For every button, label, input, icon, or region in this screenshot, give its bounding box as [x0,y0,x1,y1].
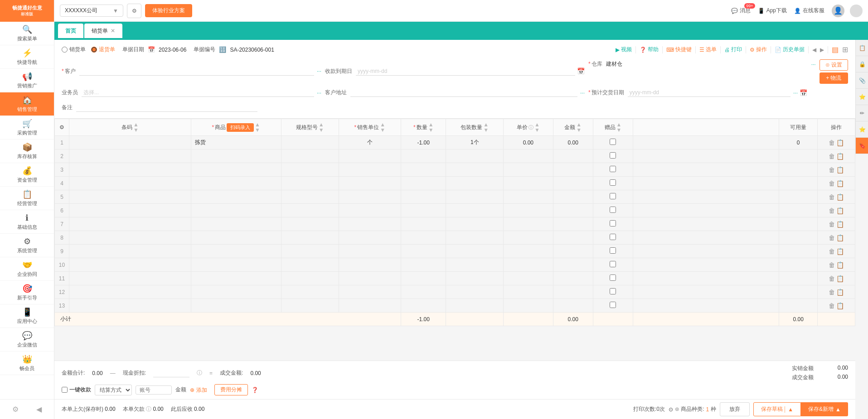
copy-btn-8[interactable]: 📋 [836,248,844,255]
history-btn[interactable]: 📄 历史单据 [775,46,805,53]
copy-btn-12[interactable]: 📋 [836,302,844,309]
delete-btn-7[interactable]: 🗑 [829,234,835,241]
abandon-btn[interactable]: 放弃 [720,402,750,416]
price-sort[interactable]: ▲▼ [534,122,540,133]
sidebar-item-purchase[interactable]: 🛒 采购管理 [0,116,54,140]
cell-price-9[interactable] [504,258,553,272]
logistics-btn[interactable]: + 物流 [820,72,848,84]
cell-qty-3[interactable] [401,177,446,190]
remarks-input[interactable] [76,103,257,112]
add-payment-btn[interactable]: ⊕ 添加 [190,385,207,394]
col-settings[interactable]: ⚙ [55,119,69,136]
copy-btn-11[interactable]: 📋 [836,289,844,296]
save-new-caret-icon[interactable]: ▲ [835,406,841,413]
cell-unit-1[interactable] [339,149,401,163]
cell-amount-2[interactable] [553,163,593,177]
sidebar-item-marketing[interactable]: 📢 营销推广 [0,69,54,92]
cell-goods-9[interactable] [191,258,281,272]
copy-btn-0[interactable]: 📋 [836,139,844,146]
price-info-icon[interactable]: ⓘ [529,124,533,131]
amount-sort[interactable]: ▲▼ [576,122,582,133]
cell-qty-2[interactable] [401,163,446,177]
radio-sale[interactable]: 销货单 [62,46,86,53]
cell-spec-0[interactable] [281,136,339,149]
barcode-input-6[interactable] [73,221,187,227]
rfs-item-6[interactable]: ⭐ [856,121,868,138]
gift-checkbox-9[interactable] [610,261,616,267]
calendar3-icon[interactable]: 📅 [800,89,807,96]
cell-price-7[interactable] [504,231,553,245]
salesperson-input[interactable] [82,88,314,97]
sidebar-item-inventory[interactable]: 📦 库存核算 [0,140,54,163]
barcode-input-2[interactable] [73,167,187,173]
cell-goods-2[interactable] [191,163,281,177]
sidebar-item-finance[interactable]: 💰 资金管理 [0,163,54,187]
cell-goods-12[interactable] [191,299,281,313]
customer-ellipsis[interactable]: ··· [317,68,321,74]
cell-pkg-qty-3[interactable] [446,177,504,190]
barcode-input-11[interactable] [73,289,187,295]
cell-price-8[interactable] [504,245,553,258]
delete-btn-12[interactable]: 🗑 [829,302,835,309]
cell-barcode-3[interactable] [69,177,191,190]
cell-amount-1[interactable] [553,149,593,163]
expected-ellipsis[interactable]: ··· [793,90,798,96]
cell-pkg-qty-1[interactable] [446,149,504,163]
cell-spec-7[interactable] [281,231,339,245]
cell-unit-12[interactable] [339,299,401,313]
cell-pkg-qty-4[interactable] [446,190,504,204]
expense-help-icon[interactable]: ❓ [252,387,258,393]
cell-gift-9[interactable] [593,258,633,272]
cell-spec-9[interactable] [281,258,339,272]
cell-gift-7[interactable] [593,231,633,245]
copy-btn-6[interactable]: 📋 [836,221,844,228]
cell-pkg-qty-2[interactable] [446,163,504,177]
barcode-input-1[interactable] [73,153,187,159]
gift-checkbox-3[interactable] [610,179,616,186]
gift-checkbox-7[interactable] [610,234,616,240]
delete-btn-10[interactable]: 🗑 [829,275,835,282]
message-btn[interactable]: 💬 消息 99+ [731,7,751,14]
cell-barcode-1[interactable] [69,149,191,163]
save-draft-btn[interactable]: 保存草稿 ▲ [753,402,801,416]
radio-return-input[interactable] [91,47,97,53]
customer-input[interactable] [79,67,314,76]
cell-price-0[interactable]: 0.00 [504,136,553,149]
cell-barcode-7[interactable] [69,231,191,245]
cell-gift-4[interactable] [593,190,633,204]
cell-unit-0[interactable]: 个 [339,136,401,149]
cell-qty-1[interactable] [401,149,446,163]
rfs-item-3[interactable]: 📎 [856,72,868,89]
cell-barcode-5[interactable] [69,204,191,217]
cell-qty-7[interactable] [401,231,446,245]
gift-checkbox-1[interactable] [610,152,616,159]
cell-amount-12[interactable] [553,299,593,313]
cell-gift-10[interactable] [593,272,633,285]
barcode-input-12[interactable] [73,303,187,309]
sidebar-item-sales[interactable]: 🏠 销售管理 [0,92,54,116]
delete-btn-3[interactable]: 🗑 [829,180,835,187]
gift-checkbox-6[interactable] [610,220,616,226]
salesperson-ellipsis[interactable]: ··· [317,90,321,96]
overdue-help-icon[interactable]: ⓘ [146,406,151,412]
gift-checkbox-2[interactable] [610,166,616,172]
one-click-pay-label[interactable]: 一键收款 [62,386,91,394]
date-value[interactable]: 2023-06-06 [159,47,186,53]
gift-sort[interactable]: ▲▼ [616,122,622,133]
cell-spec-2[interactable] [281,163,339,177]
cell-barcode-12[interactable] [69,299,191,313]
barcode-input-5[interactable] [73,207,187,214]
cell-barcode-6[interactable] [69,217,191,231]
cell-barcode-8[interactable] [69,245,191,258]
tab-sale-order[interactable]: 销货单 ✕ [84,24,122,38]
cell-qty-4[interactable] [401,190,446,204]
barcode-input-10[interactable] [73,275,187,282]
online-service-btn[interactable]: 👤 在线客服 [794,7,824,14]
list-view-icon[interactable]: ▤ [832,45,839,54]
sidebar-item-basic-info[interactable]: ℹ 基础信息 [0,210,54,234]
cell-amount-0[interactable]: 0.00 [553,136,593,149]
help-btn[interactable]: ❓ 帮助 [640,46,659,53]
payment-due-input[interactable] [356,67,575,76]
cell-spec-11[interactable] [281,285,339,299]
cell-price-4[interactable] [504,190,553,204]
